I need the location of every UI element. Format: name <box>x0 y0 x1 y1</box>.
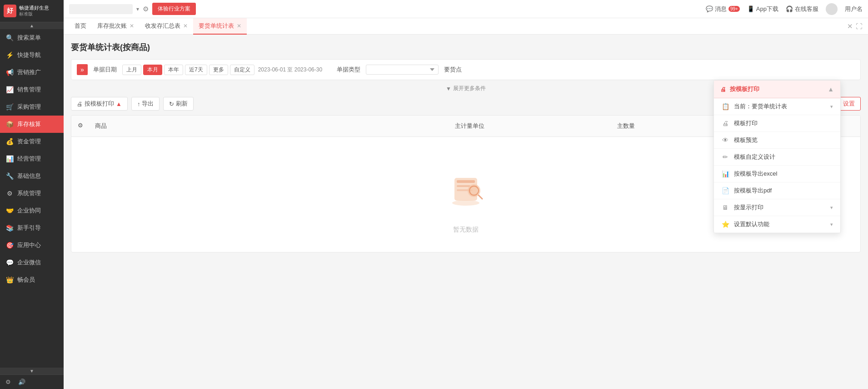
dropdown-title-text: 按模板打印 <box>730 85 759 93</box>
expand-label: 展开更多条件 <box>453 85 486 92</box>
crown-icon: 👑 <box>5 276 14 283</box>
dropdown-item-template-preview[interactable]: 👁 模板预览 <box>714 132 840 149</box>
date-btn-thismonth[interactable]: 本月 <box>143 65 162 75</box>
dropdown-item-template-excel[interactable]: 📊 按模板导出excel <box>714 166 840 182</box>
topbar-search-dropdown[interactable]: ▾ <box>136 6 139 12</box>
content-area: 要货单统计表(按商品) » 单据日期 上月 本月 本年 近7天 更多 自定义 2… <box>64 35 868 389</box>
dropdown-item-template-pdf[interactable]: 📄 按模板导出pdf <box>714 182 840 199</box>
refresh-label: 刷新 <box>176 100 188 108</box>
sidebar-nav: 🔍 搜索菜单 ⚡ 快捷导航 📢 营销推广 📈 销售管理 🛒 采购管理 📦 库存核… <box>0 29 64 368</box>
empty-illustration <box>443 164 489 218</box>
wechat-icon: 💬 <box>5 259 14 266</box>
topbar-gear-icon[interactable]: ⚙ <box>143 5 149 13</box>
default-settings-icon: ⭐ <box>721 221 729 228</box>
template-print-label: 模板打印 <box>734 119 758 127</box>
sidebar-item-purchase[interactable]: 🛒 采购管理 <box>0 98 64 116</box>
sidebar-label-operations: 经营管理 <box>17 155 41 163</box>
print-label: 按模板打印 <box>85 100 114 108</box>
dropdown-close-button[interactable]: ▲ <box>828 86 834 93</box>
template-preview-label: 模板预览 <box>734 136 758 144</box>
dropdown-item-template-print[interactable]: 🖨 模板打印 <box>714 115 840 132</box>
refresh-button[interactable]: ↻ 刷新 <box>163 97 194 111</box>
app-version: 标准版 <box>19 11 49 17</box>
date-btn-thisyear[interactable]: 本年 <box>164 65 183 75</box>
window-expand-icon[interactable]: ⛶ <box>856 22 863 30</box>
sidebar-item-system[interactable]: ⚙ 系统管理 <box>0 185 64 202</box>
date-btn-more[interactable]: 更多 <box>209 65 228 75</box>
tab-order-stats-label: 要货单统计表 <box>199 22 234 30</box>
filter-expand-button[interactable]: » <box>77 64 88 75</box>
refresh-icon: ↻ <box>169 101 174 107</box>
date-btn-7days[interactable]: 近7天 <box>185 65 207 75</box>
th-unit: 主计量单位 <box>391 119 548 133</box>
trial-button[interactable]: 体验行业方案 <box>152 3 196 15</box>
window-close-icon[interactable]: ✕ <box>847 22 853 30</box>
sidebar-item-inventory[interactable]: 📦 库存核算 <box>0 116 64 133</box>
username-label: 用户名 <box>845 5 863 13</box>
date-filter-label: 单据日期 <box>93 66 117 74</box>
speaker-icon[interactable]: 🔊 <box>18 379 25 385</box>
topbar-online-service[interactable]: 🎧 在线客服 <box>786 5 818 13</box>
default-settings-left: ⭐ 设置默认功能 <box>721 220 769 228</box>
gear-icon: ⚙ <box>5 190 14 197</box>
sidebar-item-shortcuts[interactable]: ⚡ 快捷导航 <box>0 46 64 64</box>
user-avatar[interactable] <box>826 3 838 15</box>
sidebar-item-apps[interactable]: 🎯 应用中心 <box>0 237 64 254</box>
sidebar-item-guide[interactable]: 📚 新手引导 <box>0 219 64 237</box>
topbar: ▾ ⚙ 体验行业方案 💬 消息 99+ 📱 App下载 🎧 在线客服 用户名 <box>64 0 868 18</box>
tab-home[interactable]: 首页 <box>69 18 92 35</box>
filter-bar: » 单据日期 上月 本月 本年 近7天 更多 自定义 2023-06-01 至 … <box>71 59 861 80</box>
topbar-messages[interactable]: 💬 消息 99+ <box>706 5 740 13</box>
sidebar-item-wechat[interactable]: 💬 企业微信 <box>0 254 64 271</box>
sidebar-label-sales: 销售管理 <box>17 86 41 94</box>
dropdown-display-print[interactable]: 🖥 按显示打印 ▾ <box>714 199 840 216</box>
tab-stock-summary-close[interactable]: ✕ <box>183 23 188 29</box>
th-product: 商品 <box>90 119 391 133</box>
template-excel-label: 按模板导出excel <box>734 170 777 178</box>
dropdown-current-template[interactable]: 📋 当前：要货单统计表 ▾ <box>714 98 840 115</box>
date-btn-lastmonth[interactable]: 上月 <box>122 65 141 75</box>
target-icon: 🎯 <box>5 242 14 249</box>
topbar-right: 💬 消息 99+ 📱 App下载 🎧 在线客服 用户名 <box>706 3 863 15</box>
tab-order-stats[interactable]: 要货单统计表 ✕ <box>193 18 247 35</box>
sidebar-label-enterprise: 企业协同 <box>17 207 41 215</box>
tab-inventory-batch-close[interactable]: ✕ <box>130 23 134 29</box>
sidebar-scroll-up[interactable]: ▲ <box>0 22 64 29</box>
main-area: ▾ ⚙ 体验行业方案 💬 消息 99+ 📱 App下载 🎧 在线客服 用户名 首… <box>64 0 868 389</box>
tab-stock-summary-label: 收发存汇总表 <box>145 22 180 30</box>
settings-icon[interactable]: ⚙ <box>5 379 11 385</box>
dropdown-header: 🖨 按模板打印 ▲ <box>714 81 840 98</box>
sidebar-item-member[interactable]: 👑 畅会员 <box>0 271 64 288</box>
tab-inventory-batch[interactable]: 库存批次账 ✕ <box>92 18 140 35</box>
sidebar-item-finance[interactable]: 💰 资金管理 <box>0 133 64 150</box>
tab-order-stats-close[interactable]: ✕ <box>237 23 241 29</box>
current-template-label: 当前：要货单统计表 <box>734 102 787 111</box>
sidebar-item-marketing[interactable]: 📢 营销推广 <box>0 64 64 81</box>
topbar-search-input[interactable] <box>69 4 133 14</box>
print-template-button[interactable]: 🖨 按模板打印 ▲ <box>71 97 128 111</box>
sidebar-logo: 好 畅捷通好生意 标准版 <box>0 0 64 22</box>
date-btn-custom[interactable]: 自定义 <box>230 65 254 75</box>
template-print-icon: 🖨 <box>721 120 729 127</box>
expand-more-button[interactable]: ▼ 展开更多条件 <box>446 85 486 92</box>
sidebar-item-search[interactable]: 🔍 搜索菜单 <box>0 29 64 46</box>
sidebar-item-basic[interactable]: 🔧 基础信息 <box>0 167 64 185</box>
dropdown-default-settings[interactable]: ⭐ 设置默认功能 ▾ <box>714 216 840 233</box>
tab-home-label: 首页 <box>75 22 86 30</box>
cart-icon: 🛒 <box>5 103 14 111</box>
svg-rect-2 <box>457 180 475 183</box>
th-settings[interactable]: ⚙ <box>71 119 90 133</box>
type-filter-select[interactable] <box>366 65 439 75</box>
sidebar-item-sales[interactable]: 📈 销售管理 <box>0 81 64 98</box>
sidebar-item-enterprise[interactable]: 🤝 企业协同 <box>0 202 64 219</box>
tab-inventory-batch-label: 库存批次账 <box>97 22 127 30</box>
tab-stock-summary[interactable]: 收发存汇总表 ✕ <box>140 18 193 35</box>
sidebar-item-operations[interactable]: 📊 经营管理 <box>0 150 64 167</box>
topbar-app-download[interactable]: 📱 App下载 <box>747 5 778 13</box>
default-settings-chevron: ▾ <box>830 222 833 227</box>
svg-point-0 <box>452 200 479 206</box>
sidebar-scroll-down[interactable]: ▼ <box>0 368 64 374</box>
dropdown-item-template-design[interactable]: ✏ 模板自定义设计 <box>714 149 840 166</box>
megaphone-icon: 📢 <box>5 69 14 76</box>
export-button[interactable]: ↑ 导出 <box>131 97 160 111</box>
